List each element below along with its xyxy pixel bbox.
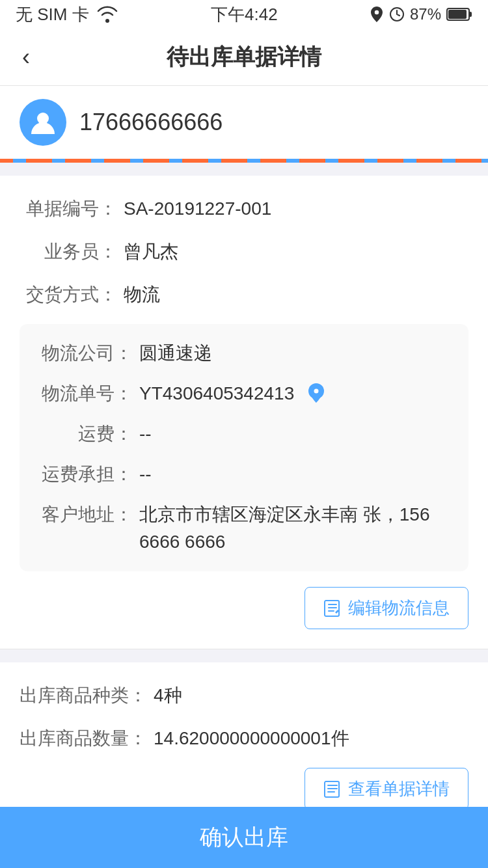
goods-type-row: 出库商品种类： 4种	[20, 682, 468, 709]
view-details-row: 查看单据详情	[20, 768, 468, 810]
svg-rect-3	[469, 12, 472, 17]
customer-header: 17666666666	[0, 86, 488, 159]
status-right: 87%	[370, 5, 472, 23]
delivery-method-value: 物流	[124, 281, 468, 308]
tracking-number-row: 物流单号： YT43064053424​13	[35, 380, 453, 407]
address-value: 北京市市辖区海淀区永丰南 张，156 6666 6666	[139, 501, 453, 556]
tracking-text: YT43064053424​13	[139, 380, 294, 407]
section-divider	[0, 649, 488, 649]
nav-bar: ‹ 待出库单据详情	[0, 29, 488, 86]
dashed-divider	[0, 159, 488, 163]
edit-icon	[323, 599, 342, 617]
salesperson-row: 业务员： 曾凡杰	[20, 238, 468, 265]
time-text: 下午4:42	[211, 3, 278, 26]
battery-text: 87%	[410, 5, 441, 23]
back-button[interactable]: ‹	[16, 37, 36, 77]
battery-icon	[446, 7, 472, 21]
view-details-label: 查看单据详情	[348, 778, 450, 800]
goods-type-label: 出库商品种类：	[20, 682, 154, 709]
freight-value: --	[139, 420, 453, 448]
goods-quantity-row: 出库商品数量： 14.620000000000001件	[20, 725, 468, 752]
customer-avatar	[20, 99, 66, 146]
svg-point-6	[314, 389, 319, 394]
freight-bearer-value: --	[139, 461, 453, 488]
goods-quantity-label: 出库商品数量：	[20, 725, 154, 752]
freight-label: 运费：	[35, 420, 139, 448]
status-bar: 无 SIM 卡 下午4:42 87%	[0, 0, 488, 29]
goods-section: 出库商品种类： 4种 出库商品数量： 14.620000000000001件 查…	[0, 662, 488, 830]
freight-row: 运费： --	[35, 420, 453, 448]
logistics-company-row: 物流公司： 圆通速递	[35, 340, 453, 367]
clock-icon	[389, 7, 405, 22]
delivery-method-label: 交货方式：	[20, 281, 124, 308]
salesperson-value: 曾凡杰	[124, 238, 468, 265]
edit-logistics-row: 编辑物流信息	[20, 587, 468, 629]
document-icon	[323, 780, 342, 798]
order-number-row: 单据编号： SA-20191227-001	[20, 195, 468, 223]
user-icon	[29, 108, 57, 137]
confirm-button-wrap: 确认出库	[0, 807, 488, 868]
edit-logistics-button[interactable]: 编辑物流信息	[305, 587, 468, 629]
order-number-value: SA-20191227-001	[124, 195, 468, 223]
address-label: 客户地址：	[35, 501, 139, 528]
delivery-method-row: 交货方式： 物流	[20, 281, 468, 308]
goods-quantity-value: 14.620000000000001件	[154, 725, 468, 752]
goods-type-value: 4种	[154, 682, 468, 709]
freight-bearer-label: 运费承担：	[35, 461, 139, 488]
edit-logistics-label: 编辑物流信息	[348, 597, 450, 619]
order-info-section: 单据编号： SA-20191227-001 业务员： 曾凡杰 交货方式： 物流 …	[0, 176, 488, 649]
order-number-label: 单据编号：	[20, 195, 124, 223]
status-left: 无 SIM 卡	[16, 3, 119, 26]
confirm-button[interactable]: 确认出库	[0, 822, 488, 852]
salesperson-label: 业务员：	[20, 238, 124, 265]
tracking-number-value: YT43064053424​13	[139, 380, 453, 407]
freight-bearer-row: 运费承担： --	[35, 461, 453, 488]
logistics-company-value: 圆通速递	[139, 340, 453, 367]
customer-phone: 17666666666	[79, 109, 223, 136]
tracking-number-label: 物流单号：	[35, 380, 139, 407]
logistics-card: 物流公司： 圆通速递 物流单号： YT43064053424​13	[20, 324, 468, 571]
view-details-button[interactable]: 查看单据详情	[305, 768, 468, 810]
page-title: 待出库单据详情	[167, 42, 321, 72]
location-status-icon	[370, 6, 384, 23]
map-pin-icon[interactable]	[305, 382, 328, 405]
wifi-icon	[96, 6, 119, 23]
logistics-company-label: 物流公司：	[35, 340, 139, 367]
address-row: 客户地址： 北京市市辖区海淀区永丰南 张，156 6666 6666	[35, 501, 453, 556]
carrier-text: 无 SIM 卡	[16, 3, 89, 26]
svg-rect-2	[448, 10, 467, 19]
